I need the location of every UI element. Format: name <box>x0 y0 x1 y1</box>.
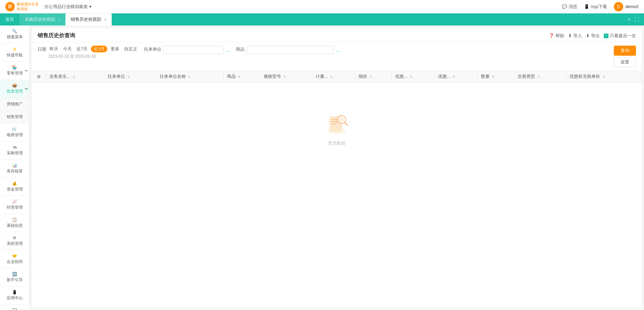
sidebar-item-marketing[interactable]: 营销推广 <box>0 98 29 111</box>
sort-icon-counterpart-code: ⇅ <box>127 75 130 79</box>
goods-filter-group: 商品 ... <box>236 46 340 54</box>
tab-purchase-history-close[interactable]: × <box>58 17 60 21</box>
query-button[interactable]: 查询 <box>614 46 636 56</box>
search-icon: 🔍 <box>12 29 17 34</box>
col-counterpart-code[interactable]: 往来单位 ⇅ <box>104 71 156 83</box>
data-table: ⚙ 业务发生... ⇅ 往来单位 ⇅ 往来单位名称 <box>32 71 641 83</box>
header-left: 好 畅捷通好生意 标准版 办公用品行业模拟账套 ▾ <box>5 2 94 11</box>
goods-input[interactable] <box>247 46 334 54</box>
message-action[interactable]: 💬 消息 <box>562 4 577 10</box>
guide-icon: 🆕 <box>12 272 17 276</box>
sidebar-item-system[interactable]: ⚙ 系统管理 <box>0 232 29 250</box>
counterpart-filter-group: 往来单位 ... <box>144 46 230 54</box>
sort-icon-goods: ⇅ <box>238 75 240 79</box>
tab-home[interactable]: 首页 <box>0 13 19 25</box>
col-discount1[interactable]: 优惠... ⇅ <box>391 71 434 83</box>
sidebar-item-inventory[interactable]: 📊 库存核算 <box>0 160 29 178</box>
logo-text: 畅捷通好生意 标准版 <box>17 2 39 11</box>
only-last-checkbox[interactable]: ✓ 只看最后一次 <box>604 33 636 39</box>
sort-icon-pre-tax-price: ⇅ <box>602 75 605 79</box>
sidebar-item-sales-mgmt[interactable]: 销售管理 <box>0 111 29 123</box>
gear-icon: ⚙ <box>37 74 41 79</box>
tab-bar: 首页 采购历史价跟踪 × 销售历史价跟踪 × × ⛶ <box>0 13 644 25</box>
sort-icon-quote: ⇅ <box>369 75 372 79</box>
sort-icon-counterpart-name: ⇅ <box>188 75 191 79</box>
goods-picker-button[interactable]: ... <box>336 47 340 53</box>
col-settings[interactable]: ⚙ <box>32 71 46 83</box>
sidebar-item-purchase-mgmt[interactable]: 🛍 采购管理 <box>0 142 29 160</box>
sidebar-item-search-menu[interactable]: 🔍 搜索菜单 <box>0 25 29 44</box>
col-quantity[interactable]: 数量 ⇅ <box>477 71 514 83</box>
retail-icon: 🏪 <box>12 65 17 70</box>
svg-rect-4 <box>331 123 337 124</box>
sidebar-item-enterprise-wechat[interactable]: 💬 企业微信 <box>0 305 29 310</box>
col-unit[interactable]: 计量... ⇅ <box>312 71 355 83</box>
header-right: 💬 消息 📱 App下载 D demo2 <box>562 2 639 11</box>
user-area[interactable]: D demo2 <box>614 2 639 11</box>
export-button[interactable]: ⬇ 导出 <box>586 33 600 39</box>
close-all-tabs-button[interactable]: × <box>627 16 631 23</box>
date-option-7days[interactable]: 近7天 <box>75 46 89 52</box>
col-quote[interactable]: 报价 ⇅ <box>355 71 391 83</box>
sidebar-item-enterprise[interactable]: 🤝 企业协同 <box>0 250 29 268</box>
sidebar-item-app-center[interactable]: 📱 应用中心 <box>0 287 29 305</box>
content-area: 销售历史价查询 ❓ 帮助 ⬆ 导入 ⬇ 导出 ✓ <box>30 25 644 310</box>
enterprise-icon: 🤝 <box>12 254 17 258</box>
date-option-more[interactable]: 更多 <box>109 46 121 52</box>
company-selector[interactable]: 办公用品行业模拟账套 ▾ <box>42 2 94 11</box>
col-goods[interactable]: 商品 ⇅ <box>223 71 260 83</box>
inventory-icon: 📊 <box>12 163 17 168</box>
purchase-icon: 🛍 <box>13 145 17 150</box>
sidebar-item-ecommerce[interactable]: 🛒 电商管理 <box>0 123 29 142</box>
sort-icon-biz-date: ⇅ <box>72 75 75 79</box>
finance-icon: 💰 <box>12 181 17 186</box>
empty-icon <box>323 109 350 136</box>
tab-purchase-history[interactable]: 采购历史价跟踪 × <box>19 13 65 25</box>
sidebar: 🔍 搜索菜单 ⚡ 快捷导航 🏪 零售管理 ▾ 📦 批发管理 ▾ 营销推广 销售管… <box>0 25 30 310</box>
col-spec[interactable]: 规格型号 ⇅ <box>260 71 312 83</box>
svg-point-6 <box>339 117 344 122</box>
sort-icon-quantity: ⇅ <box>492 75 495 79</box>
top-header: 好 畅捷通好生意 标准版 办公用品行业模拟账套 ▾ 💬 消息 📱 App下载 D… <box>0 0 644 13</box>
counterpart-picker-button[interactable]: ... <box>226 47 230 53</box>
fullscreen-button[interactable]: ⛶ <box>634 16 640 23</box>
settings-button[interactable]: 设置 <box>614 57 636 67</box>
app-download-action[interactable]: 📱 App下载 <box>584 4 607 10</box>
col-biz-date[interactable]: 业务发生... ⇅ <box>46 71 104 83</box>
date-option-1month[interactable]: 近1月 <box>91 46 107 52</box>
tab-bar-actions: × ⛶ <box>627 16 644 23</box>
avatar: D <box>614 2 623 11</box>
import-button[interactable]: ⬆ 导入 <box>568 33 582 39</box>
date-option-yesterday[interactable]: 昨天 <box>48 46 60 52</box>
basic-icon: 📋 <box>12 217 17 222</box>
sort-icon-discount2: ⇅ <box>452 75 455 79</box>
sidebar-item-new-guide[interactable]: 🆕 新手引导 <box>0 268 29 287</box>
wechat-icon: 💬 <box>12 308 17 310</box>
date-option-today[interactable]: 今天 <box>62 46 73 52</box>
sidebar-item-operations[interactable]: 📈 经营管理 <box>0 196 29 214</box>
date-options-group: 昨天 今天 近7天 近1月 更多 自定义 2023-02-18 至 2023-0… <box>48 46 139 59</box>
system-icon: ⚙ <box>13 236 16 240</box>
tab-sales-history[interactable]: 销售历史价跟踪 × <box>65 13 111 25</box>
counterpart-input-group: ... <box>163 46 230 54</box>
sidebar-item-retail-mgmt[interactable]: 🏪 零售管理 ▾ <box>0 62 29 80</box>
counterpart-input[interactable] <box>163 46 224 54</box>
sidebar-item-quick-nav[interactable]: ⚡ 快捷导航 <box>0 44 29 62</box>
sidebar-item-finance[interactable]: 💰 资金管理 <box>0 178 29 196</box>
svg-line-7 <box>345 122 347 125</box>
tab-sales-history-close[interactable]: × <box>104 17 106 21</box>
ecommerce-icon: 🛒 <box>12 127 17 132</box>
col-pre-tax-price[interactable]: 优惠前无税单价 ⇅ <box>566 71 641 83</box>
sidebar-item-wholesale-mgmt[interactable]: 📦 批发管理 ▾ <box>0 80 29 98</box>
ops-icon: 📈 <box>12 199 17 204</box>
col-discount2[interactable]: 优惠... ⇅ <box>434 71 477 83</box>
table-area: ⚙ 业务发生... ⇅ 往来单位 ⇅ 往来单位名称 <box>32 71 641 307</box>
sidebar-item-basic-info[interactable]: 📋 基础信息 <box>0 214 29 232</box>
phone-icon: 📱 <box>584 4 589 9</box>
date-option-custom[interactable]: 自定义 <box>123 46 139 52</box>
col-counterpart-name[interactable]: 往来单位名称 ⇅ <box>156 71 223 83</box>
export-icon: ⬇ <box>586 33 590 38</box>
col-trade-type[interactable]: 交易类型 ⇅ <box>514 71 566 83</box>
help-button[interactable]: ❓ 帮助 <box>549 33 564 39</box>
chevron-down-icon: ▾ <box>89 4 92 9</box>
